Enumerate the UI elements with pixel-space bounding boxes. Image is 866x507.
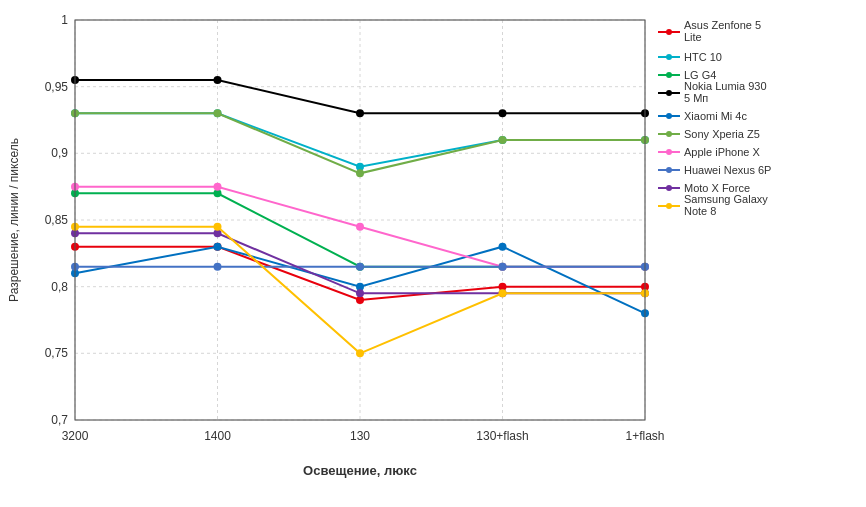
svg-point-58 (356, 223, 364, 231)
svg-point-87 (666, 72, 672, 78)
svg-text:5 Мп: 5 Мп (684, 92, 708, 104)
svg-point-49 (499, 243, 507, 251)
svg-text:Lite: Lite (684, 31, 702, 43)
svg-point-106 (666, 185, 672, 191)
svg-point-80 (666, 29, 672, 35)
svg-text:Asus Zenfone 5: Asus Zenfone 5 (684, 19, 761, 31)
svg-text:0,9: 0,9 (51, 146, 68, 160)
svg-text:Разрешение, линии / пиксель: Разрешение, линии / пиксель (7, 138, 21, 302)
svg-text:Sony Xperia Z5: Sony Xperia Z5 (684, 128, 760, 140)
svg-text:1400: 1400 (204, 429, 231, 443)
svg-text:1+flash: 1+flash (625, 429, 664, 443)
svg-text:130+flash: 130+flash (476, 429, 528, 443)
svg-point-44 (499, 109, 507, 117)
svg-point-57 (214, 183, 222, 191)
svg-point-47 (214, 243, 222, 251)
svg-point-73 (356, 349, 364, 357)
svg-text:0,7: 0,7 (51, 413, 68, 427)
svg-text:Xiaomi Mi 4c: Xiaomi Mi 4c (684, 110, 747, 122)
svg-point-109 (666, 203, 672, 209)
svg-text:Samsung Galaxy: Samsung Galaxy (684, 193, 768, 205)
svg-point-53 (356, 169, 364, 177)
svg-text:0,85: 0,85 (45, 213, 69, 227)
chart-container: 0,7 0,75 0,8 0,85 0,9 0,95 1 3200 1400 1… (0, 0, 866, 507)
svg-point-62 (214, 263, 222, 271)
svg-point-63 (356, 263, 364, 271)
svg-text:Nokia Lumia 930: Nokia Lumia 930 (684, 80, 767, 92)
svg-text:1: 1 (61, 13, 68, 27)
svg-point-100 (666, 149, 672, 155)
svg-point-52 (214, 109, 222, 117)
svg-text:0,8: 0,8 (51, 280, 68, 294)
svg-point-54 (499, 136, 507, 144)
svg-point-64 (499, 263, 507, 271)
svg-point-97 (666, 131, 672, 137)
svg-text:HTC 10: HTC 10 (684, 51, 722, 63)
svg-point-72 (214, 223, 222, 231)
chart-svg: 0,7 0,75 0,8 0,85 0,9 0,95 1 3200 1400 1… (0, 0, 866, 507)
svg-point-68 (356, 289, 364, 297)
svg-text:0,95: 0,95 (45, 80, 69, 94)
svg-point-90 (666, 90, 672, 96)
svg-text:Освещение, люкс: Освещение, люкс (303, 463, 417, 478)
svg-point-94 (666, 113, 672, 119)
svg-point-103 (666, 167, 672, 173)
svg-point-43 (356, 109, 364, 117)
svg-text:0,75: 0,75 (45, 346, 69, 360)
svg-point-74 (499, 289, 507, 297)
svg-text:Huawei Nexus 6P: Huawei Nexus 6P (684, 164, 771, 176)
svg-point-42 (214, 76, 222, 84)
svg-text:Apple iPhone X: Apple iPhone X (684, 146, 760, 158)
svg-text:130: 130 (350, 429, 370, 443)
svg-text:3200: 3200 (62, 429, 89, 443)
svg-text:Note 8: Note 8 (684, 205, 716, 217)
svg-point-84 (666, 54, 672, 60)
